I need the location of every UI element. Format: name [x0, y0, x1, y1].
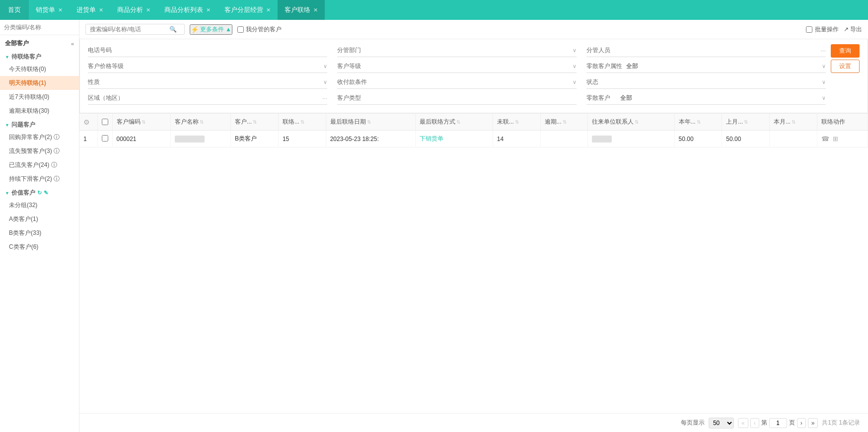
th-unlisted[interactable]: 未联...⇅ — [493, 114, 540, 131]
th-customer-type[interactable]: 客户...⇅ — [231, 114, 279, 131]
nav-tab-goodsanalysis[interactable]: 商品分析 ✕ — [110, 0, 157, 20]
th-contact-count[interactable]: 联络...⇅ — [278, 114, 326, 131]
export-btn[interactable]: ↗ 导出 — [844, 25, 862, 34]
my-customers-checkbox[interactable] — [237, 26, 244, 33]
sidebar-search-input[interactable] — [4, 24, 78, 31]
triangle-icon-3: ▼ — [5, 191, 9, 196]
my-customers-checkbox-label[interactable]: 我分管的客户 — [237, 25, 282, 34]
th-unit-contact[interactable]: 往来单位联系人⇅ — [588, 114, 674, 131]
price-level-dropdown-icon[interactable]: ∨ — [323, 63, 327, 70]
sidebar-item-declining[interactable]: 持续下滑客户(2) ⓘ — [0, 172, 79, 186]
sort-icon-unit[interactable]: ⇅ — [635, 119, 639, 125]
per-page-select[interactable]: 50 10 20 100 — [709, 418, 734, 429]
sort-icon-unlisted[interactable]: ⇅ — [515, 119, 519, 125]
nature-dropdown-icon[interactable]: ∨ — [323, 79, 327, 85]
close-tab-purchaseorder-icon[interactable]: ✕ — [99, 7, 103, 13]
refresh-icon[interactable]: ↻ — [37, 190, 42, 196]
first-page-btn[interactable]: « — [738, 418, 748, 428]
td-unlisted: 14 — [493, 131, 540, 147]
settings-btn[interactable]: 设置 — [831, 60, 860, 73]
close-tab-goodsanalysislist-icon[interactable]: ✕ — [206, 7, 211, 13]
sort-icon-thismonth[interactable]: ⇅ — [792, 119, 796, 125]
td-last-contact-method[interactable]: 下销货单 — [416, 131, 493, 147]
nav-tab-purchaseorder[interactable]: 进货单 ✕ — [70, 0, 110, 20]
close-tab-customerlayer-icon[interactable]: ✕ — [266, 7, 271, 13]
sort-icon-type[interactable]: ⇅ — [253, 119, 257, 125]
grid-icon[interactable]: ⊞ — [833, 135, 838, 143]
filter-more-btn[interactable]: ⚡ 更多条件 ▲ — [190, 24, 232, 35]
sidebar-item-class-c[interactable]: C类客户(6) — [0, 240, 79, 254]
sidebar: 🔍 全部客户 « ▼ 待联络客户 今天待联络(0) 明天待联络(1) 近7天待联… — [0, 20, 79, 432]
th-this-year[interactable]: 本年...⇅ — [674, 114, 722, 131]
sort-icon-overdue[interactable]: ⇅ — [563, 119, 567, 125]
batch-op-btn[interactable]: 批量操作 — [806, 25, 839, 34]
sort-icon-date[interactable]: ⇅ — [367, 119, 371, 125]
last-page-btn[interactable]: » — [808, 418, 818, 428]
person-more-icon[interactable]: ··· — [821, 47, 826, 54]
sidebar-item-overdue[interactable]: 逾期未联络(30) — [0, 104, 79, 118]
last-contact-method-link[interactable]: 下销货单 — [420, 135, 443, 142]
row-checkbox[interactable] — [102, 135, 108, 142]
close-tab-salorder-icon[interactable]: ✕ — [58, 7, 63, 13]
select-all-checkbox[interactable] — [102, 119, 108, 125]
search-submit-icon[interactable]: 🔍 — [169, 26, 177, 33]
batch-op-checkbox[interactable] — [806, 26, 812, 33]
th-customer-code[interactable]: 客户编码⇅ — [112, 114, 171, 131]
filter-cell-scatter: 零散客户 全部 ∨ — [586, 92, 826, 105]
th-checkbox[interactable] — [97, 114, 112, 131]
query-btn[interactable]: 查询 — [831, 44, 860, 58]
th-overdue[interactable]: 逾期...⇅ — [540, 114, 588, 131]
edit-icon[interactable]: ✎ — [44, 190, 48, 196]
th-this-month[interactable]: 本月...⇅ — [770, 114, 817, 131]
td-last-month: 50.00 — [722, 131, 770, 147]
sidebar-item-class-a[interactable]: A类客户(1) — [0, 212, 79, 226]
phone-icon[interactable]: ☎ — [821, 135, 829, 143]
th-customer-name[interactable]: 客户名称⇅ — [171, 114, 231, 131]
sort-icon-method[interactable]: ⇅ — [456, 119, 460, 125]
sidebar-item-7days[interactable]: 近7天待联络(0) — [0, 90, 79, 104]
sidebar-item-churned[interactable]: 已流失客户(24) ⓘ — [0, 158, 79, 172]
page-number-input[interactable] — [769, 418, 787, 428]
sort-icon-lastmonth[interactable]: ⇅ — [744, 119, 748, 125]
status-dropdown-icon[interactable]: ∨ — [822, 79, 826, 85]
search-input[interactable] — [90, 26, 169, 33]
td-type: B类客户 — [231, 131, 279, 147]
filter-cell-cust-level: 客户等级 ∨ — [337, 60, 577, 73]
sidebar-group-pending: ▼ 待联络客户 — [0, 50, 79, 62]
prev-page-btn[interactable]: ‹ — [750, 418, 759, 428]
chevron-up-icon: ▲ — [225, 26, 231, 33]
sidebar-all-customers[interactable]: 全部客户 « — [0, 35, 79, 50]
sort-icon-contact[interactable]: ⇅ — [300, 119, 304, 125]
sort-icon-name[interactable]: ⇅ — [200, 119, 204, 125]
sidebar-collapse-icon[interactable]: « — [71, 41, 74, 47]
sort-icon[interactable]: ⇅ — [142, 119, 145, 125]
close-tab-customercontact-icon[interactable]: ✕ — [313, 7, 318, 13]
nav-tab-salorder[interactable]: 销货单 ✕ — [29, 0, 70, 20]
payment-dropdown-icon[interactable]: ∨ — [573, 79, 577, 85]
dept-dropdown-icon[interactable]: ∨ — [573, 47, 577, 54]
cust-level-dropdown-icon[interactable]: ∨ — [573, 63, 577, 70]
th-last-month[interactable]: 上月...⇅ — [722, 114, 770, 131]
nav-tab-goodsanalysislist[interactable]: 商品分析列表 ✕ — [157, 0, 217, 20]
th-last-contact-date[interactable]: 最后联络日期⇅ — [326, 114, 416, 131]
sort-icon-year[interactable]: ⇅ — [697, 119, 701, 125]
sidebar-item-class-b[interactable]: B类客户(33) — [0, 226, 79, 240]
nav-tab-customerlayer[interactable]: 客户分层经营 ✕ — [217, 0, 278, 20]
td-checkbox[interactable] — [97, 131, 112, 147]
nav-tab-customercontact[interactable]: 客户联络 ✕ — [278, 0, 325, 20]
next-page-btn[interactable]: › — [797, 418, 806, 428]
sidebar-item-tomorrow[interactable]: 明天待联络(1) — [0, 76, 79, 90]
gear-icon[interactable]: ⚙ — [83, 118, 90, 126]
scatter-attr-dropdown-icon[interactable]: ∨ — [822, 63, 826, 70]
sidebar-item-churn-warning[interactable]: 流失预警客户(3) ⓘ — [0, 144, 79, 158]
close-tab-goodsanalysis-icon[interactable]: ✕ — [146, 7, 150, 13]
th-last-contact-method[interactable]: 最后联络方式⇅ — [416, 114, 493, 131]
filter-cell-person: 分管人员 ··· — [586, 44, 826, 57]
nav-home[interactable]: 首页 — [0, 0, 29, 20]
sidebar-item-ungrouped[interactable]: 未分组(32) — [0, 198, 79, 212]
sidebar-item-repurchase-abnormal[interactable]: 回购异常客户(2) ⓘ — [0, 130, 79, 144]
scatter-dropdown-icon[interactable]: ∨ — [822, 95, 826, 101]
sidebar-item-today[interactable]: 今天待联络(0) — [0, 62, 79, 76]
th-gear[interactable]: ⚙ — [79, 114, 97, 131]
region-more-icon[interactable]: ··· — [322, 95, 327, 102]
